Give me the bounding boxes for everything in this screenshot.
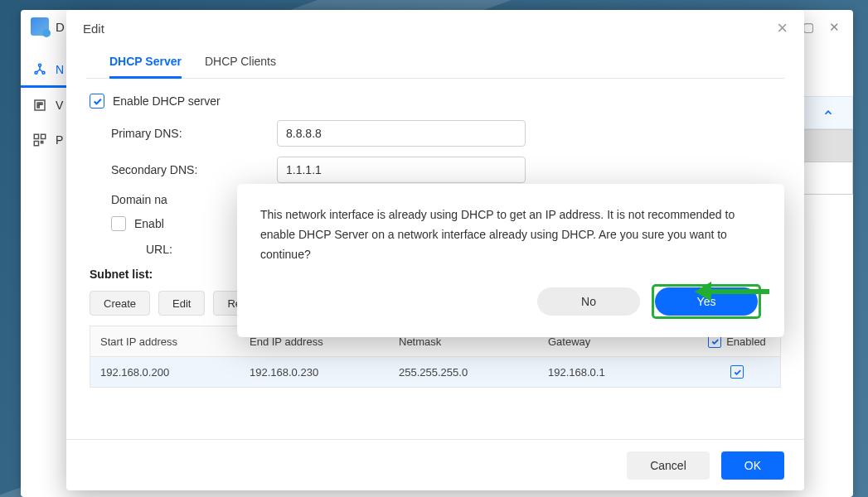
sidebar-label-0: N bbox=[56, 63, 64, 76]
url-label: URL: bbox=[146, 243, 196, 256]
app-icon bbox=[31, 17, 49, 36]
primary-dns-label: Primary DNS: bbox=[111, 127, 277, 140]
ok-button[interactable]: OK bbox=[721, 451, 784, 480]
maximize-icon[interactable]: ▢ bbox=[803, 20, 814, 35]
close-window-icon[interactable]: ✕ bbox=[829, 20, 840, 35]
svg-point-0 bbox=[39, 64, 41, 66]
sidebar-label-1: V bbox=[56, 99, 63, 112]
right-panel-fragment bbox=[803, 96, 853, 195]
table-row[interactable]: 192.168.0.200 192.168.0.230 255.255.255.… bbox=[90, 357, 780, 387]
enable-dhcp-checkbox[interactable] bbox=[90, 94, 104, 109]
enable-sub-label: Enabl bbox=[134, 217, 164, 230]
confirm-dialog: This network interface is already using … bbox=[237, 184, 784, 337]
enable-sub-checkbox[interactable] bbox=[111, 216, 126, 231]
building-icon bbox=[32, 98, 47, 113]
edit-button[interactable]: Edit bbox=[158, 291, 205, 316]
svg-rect-8 bbox=[41, 134, 46, 138]
network-tree-icon bbox=[32, 62, 47, 77]
sidebar-label-2: P bbox=[56, 133, 63, 147]
confirm-message: This network interface is already using … bbox=[260, 205, 761, 264]
td-end-ip: 192.168.0.230 bbox=[240, 357, 389, 387]
primary-dns-input[interactable] bbox=[277, 120, 526, 147]
svg-rect-10 bbox=[41, 142, 43, 143]
enable-dhcp-label: Enable DHCP server bbox=[113, 94, 221, 108]
td-gateway: 192.168.0.1 bbox=[538, 357, 696, 387]
secondary-dns-input[interactable] bbox=[277, 157, 526, 183]
yes-button-highlight: Yes bbox=[652, 284, 761, 319]
td-netmask: 255.255.255.0 bbox=[389, 357, 538, 387]
yes-button[interactable]: Yes bbox=[655, 287, 758, 316]
panel-row-b bbox=[803, 162, 853, 195]
th-start-ip[interactable]: Start IP address bbox=[90, 326, 240, 356]
svg-rect-6 bbox=[37, 106, 39, 108]
td-enabled bbox=[696, 357, 778, 387]
tab-dhcp-server[interactable]: DHCP Server bbox=[109, 46, 182, 78]
create-button[interactable]: Create bbox=[90, 291, 150, 316]
grid-icon bbox=[32, 133, 47, 147]
svg-rect-7 bbox=[34, 134, 38, 138]
panel-row-a bbox=[803, 129, 853, 162]
panel-collapse-toggle[interactable] bbox=[803, 96, 853, 129]
td-start-ip: 192.168.0.200 bbox=[90, 357, 240, 387]
tab-dhcp-clients[interactable]: DHCP Clients bbox=[205, 46, 276, 78]
secondary-dns-label: Secondary DNS: bbox=[111, 163, 277, 176]
svg-rect-5 bbox=[41, 103, 42, 104]
no-button[interactable]: No bbox=[537, 287, 640, 316]
close-icon[interactable]: × bbox=[777, 17, 788, 39]
cancel-button[interactable]: Cancel bbox=[627, 451, 710, 480]
app-title-fragment: D bbox=[56, 20, 65, 34]
edit-modal-title: Edit bbox=[83, 22, 104, 36]
svg-rect-4 bbox=[37, 103, 39, 104]
row-enabled-checkbox[interactable] bbox=[730, 365, 744, 379]
svg-rect-9 bbox=[34, 142, 38, 146]
